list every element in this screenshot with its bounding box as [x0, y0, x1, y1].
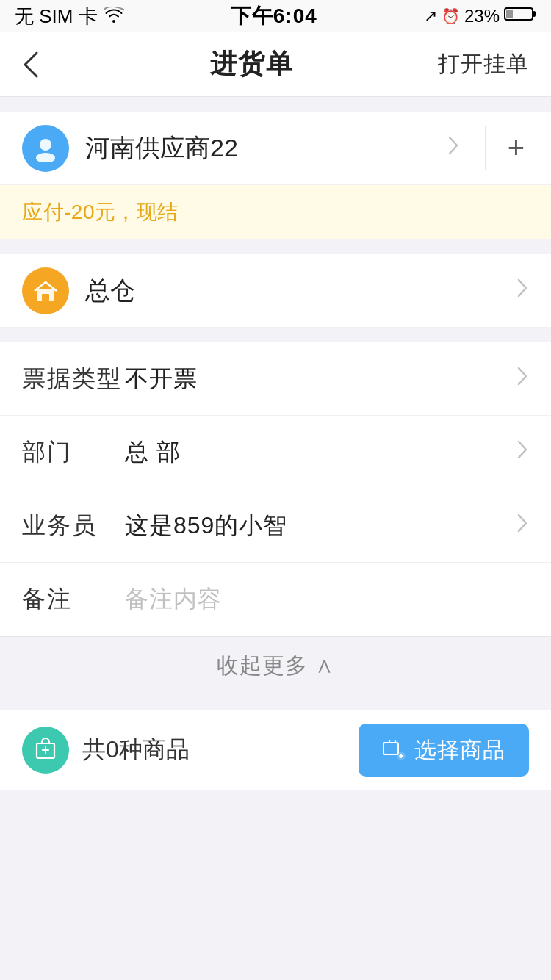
notice-bar: 应付-20元，现结 [0, 185, 551, 239]
warehouse-name: 总仓 [85, 274, 516, 308]
salesperson-chevron-icon [516, 512, 529, 539]
supplier-avatar [22, 125, 69, 172]
page-title: 进货单 [210, 46, 294, 82]
warehouse-section: 总仓 [0, 254, 551, 328]
svg-rect-6 [42, 294, 49, 301]
svg-point-3 [40, 139, 51, 151]
svg-point-4 [36, 153, 55, 162]
battery-level: 23% [464, 6, 500, 26]
invoice-type-label: 票据类型 [22, 363, 125, 395]
remark-input[interactable]: 备注内容 [125, 583, 529, 616]
invoice-type-row[interactable]: 票据类型 不开票 [0, 342, 551, 416]
supplier-chevron-icon [447, 134, 460, 162]
section-gap-2 [0, 239, 551, 254]
warehouse-row[interactable]: 总仓 [0, 254, 551, 328]
product-count-text: 共0种商品 [82, 734, 190, 766]
department-label: 部门 [22, 436, 125, 469]
status-right: ↗ ⏰ 23% [424, 6, 536, 26]
salesperson-value: 这是859的小智 [125, 510, 516, 542]
salesperson-row[interactable]: 业务员 这是859的小智 [0, 489, 551, 563]
supplier-name: 河南供应商22 [85, 131, 447, 165]
remark-row[interactable]: 备注 备注内容 [0, 563, 551, 636]
notice-text: 应付-20元，现结 [22, 201, 179, 223]
battery-icon [504, 6, 536, 26]
back-button[interactable] [22, 50, 66, 79]
wifi-icon [104, 5, 124, 28]
invoice-type-value: 不开票 [125, 363, 516, 395]
product-icon [22, 727, 69, 774]
add-supplier-button[interactable]: + [485, 126, 529, 170]
supplier-section: 河南供应商22 + 应付-20元，现结 [0, 112, 551, 239]
product-count-area: 共0种商品 [22, 727, 190, 774]
warehouse-chevron-icon [516, 277, 529, 304]
bottom-bar: 共0种商品 选择商品 [0, 710, 551, 790]
carrier-label: 无 SIM 卡 [15, 4, 98, 29]
open-pending-button[interactable]: 打开挂单 [438, 49, 529, 79]
status-bar: 无 SIM 卡 下午6:04 ↗ ⏰ 23% [0, 0, 551, 32]
remark-label: 备注 [22, 583, 125, 616]
location-icon: ↗ [424, 7, 437, 26]
warehouse-icon [22, 267, 69, 314]
department-value: 总 部 [125, 436, 516, 469]
svg-rect-8 [383, 743, 398, 754]
salesperson-label: 业务员 [22, 510, 125, 542]
svg-rect-1 [533, 11, 536, 17]
section-gap-1 [0, 97, 551, 112]
select-product-button[interactable]: 选择商品 [359, 724, 529, 777]
invoice-type-chevron-icon [516, 365, 529, 392]
nav-bar: 进货单 打开挂单 [0, 32, 551, 97]
supplier-row[interactable]: 河南供应商22 + [0, 112, 551, 185]
collapse-label: 收起更多 ∧ [217, 651, 334, 681]
status-time: 下午6:04 [231, 2, 317, 30]
svg-rect-2 [506, 10, 513, 18]
alarm-icon: ⏰ [442, 7, 460, 25]
department-chevron-icon [516, 439, 529, 466]
select-product-label: 选择商品 [414, 735, 505, 765]
form-section: 票据类型 不开票 部门 总 部 业务员 这是859的小智 备注 备注内容 [0, 342, 551, 636]
department-row[interactable]: 部门 总 部 [0, 416, 551, 489]
collapse-button[interactable]: 收起更多 ∧ [0, 636, 551, 695]
status-left: 无 SIM 卡 [15, 4, 124, 29]
